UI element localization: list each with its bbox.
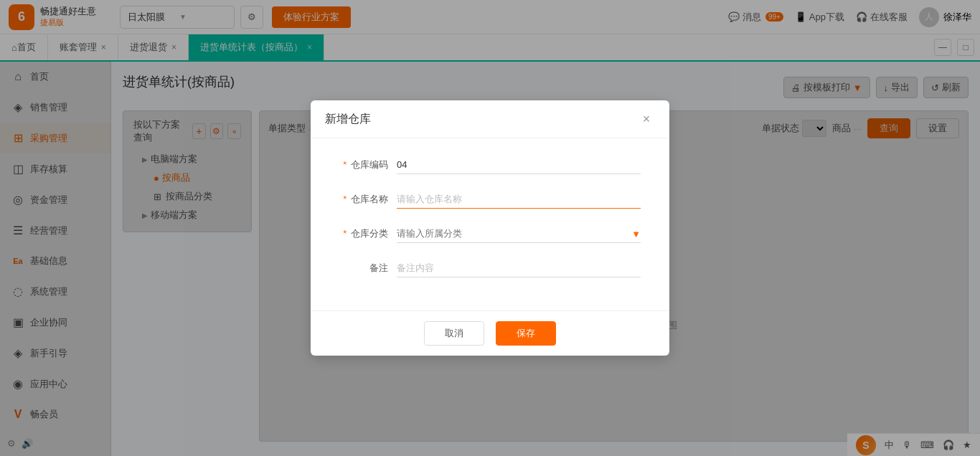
modal-title: 新增仓库 bbox=[325, 112, 371, 127]
modal-header: 新增仓库 × bbox=[311, 100, 669, 138]
notes-input[interactable] bbox=[397, 259, 641, 277]
warehouse-code-row: * 仓库编码 bbox=[339, 156, 641, 174]
warehouse-name-label: * 仓库名称 bbox=[339, 193, 397, 206]
notes-row: 备注 bbox=[339, 259, 641, 277]
modal-overlay: 新增仓库 × * 仓库编码 * 仓库名称 bbox=[0, 0, 980, 456]
warehouse-category-label: * 仓库分类 bbox=[339, 227, 397, 240]
warehouse-name-row: * 仓库名称 bbox=[339, 190, 641, 209]
cancel-button[interactable]: 取消 bbox=[424, 321, 484, 346]
warehouse-name-input[interactable] bbox=[397, 190, 641, 209]
warehouse-category-row: * 仓库分类 ▼ bbox=[339, 224, 641, 243]
notes-label: 备注 bbox=[339, 262, 397, 275]
modal-close-button[interactable]: × bbox=[638, 110, 655, 128]
warehouse-category-input[interactable] bbox=[397, 224, 641, 243]
warehouse-category-wrap: ▼ bbox=[397, 224, 641, 243]
new-warehouse-modal: 新增仓库 × * 仓库编码 * 仓库名称 bbox=[311, 100, 669, 356]
save-button[interactable]: 保存 bbox=[496, 321, 556, 346]
warehouse-code-label: * 仓库编码 bbox=[339, 158, 397, 171]
modal-footer: 取消 保存 bbox=[311, 310, 669, 356]
modal-body: * 仓库编码 * 仓库名称 * 仓库分类 bbox=[311, 138, 669, 310]
warehouse-code-input[interactable] bbox=[397, 156, 641, 174]
